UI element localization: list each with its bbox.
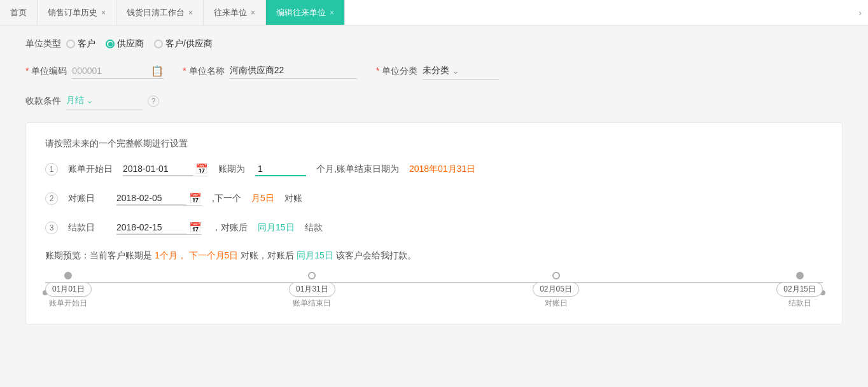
row-num-3: 3 — [45, 222, 58, 234]
setting-row-3: 3 结款日 📅 ，对账后 同月15日 结款 — [45, 221, 823, 235]
unit-fields-row: 单位编码 📋 单位名称 单位分类 未分类 ⌄ — [25, 62, 843, 80]
unit-type-row: 单位类型 客户 供应商 客户/供应商 — [25, 38, 843, 50]
setting-row-1: 1 账单开始日 📅 账期为 个月,账单结束日期为 2018年01月31日 — [45, 162, 823, 176]
unit-code-label: 单位编码 — [25, 66, 67, 77]
radio-both-label: 客户/供应商 — [165, 38, 213, 50]
start-date-calendar-icon[interactable]: 📅 — [195, 163, 208, 175]
unit-category-select[interactable]: 未分类 ⌄ — [423, 62, 499, 80]
tl-node-1: 01月01日 账单开始日 — [45, 272, 92, 309]
tl-dot-3 — [552, 272, 560, 279]
payment-terms-label: 收款条件 — [25, 95, 61, 107]
payment-terms-select[interactable]: 月结 ⌄ — [66, 92, 143, 109]
tab-cash-workbench-close[interactable]: × — [188, 8, 193, 17]
preview-section: 账期预览：当前客户账期是 1个月， 下一个月5日 对账，对账后 同月15日 该客… — [45, 250, 823, 262]
unit-type-group: 单位类型 客户 供应商 客户/供应商 — [25, 38, 213, 50]
reconcile-date-input-wrapper: 📅 — [116, 192, 202, 206]
radio-both[interactable]: 客户/供应商 — [154, 38, 213, 50]
unit-code-input-wrapper: 📋 — [72, 63, 164, 79]
payment-date-input[interactable] — [116, 221, 186, 234]
row-label-1: 账单开始日 — [68, 164, 113, 175]
period-settings-card: 请按照未来的一个完整帐期进行设置 1 账单开始日 📅 账期为 个月,账单结束日期… — [25, 122, 843, 325]
tab-edit-partner[interactable]: 编辑往来单位 × — [266, 0, 345, 25]
payment-terms-arrow: ⌄ — [87, 96, 93, 105]
tl-label-4: 结款日 — [788, 298, 811, 309]
tab-home[interactable]: 首页 — [0, 0, 38, 25]
preview-reconcile-text: 对账，对账后 — [241, 250, 294, 260]
payment-terms-value: 月结 — [66, 95, 84, 106]
payment-date-calendar-icon[interactable]: 📅 — [189, 222, 202, 234]
unit-category-label: 单位分类 — [376, 66, 417, 77]
unit-code-copy-icon[interactable]: 📋 — [151, 65, 164, 77]
row-num-1: 1 — [45, 163, 58, 176]
unit-name-group: 单位名称 — [183, 63, 356, 79]
tab-sales-history-close[interactable]: × — [101, 8, 106, 17]
tl-node-4: 02月15日 结款日 — [776, 272, 823, 309]
preview-suffix: 该客户会给我打款。 — [336, 250, 416, 260]
payment-highlight: 同月15日 — [258, 222, 295, 234]
radio-supplier-label: 供应商 — [117, 38, 144, 50]
start-date-input-wrapper: 📅 — [123, 162, 208, 176]
page-content: 单位类型 客户 供应商 客户/供应商 单位编码 — [0, 25, 868, 387]
preview-reconcile-date: 下一个月5日 — [189, 250, 239, 260]
row-label-2: 对账日 — [68, 193, 106, 204]
payment-desc-2: 结款 — [305, 222, 323, 234]
period-desc-suffix: 个月,账单结束日期为 — [316, 164, 399, 175]
tab-edit-partner-close[interactable]: × — [330, 8, 334, 17]
unit-code-input[interactable] — [72, 63, 148, 78]
radio-customer[interactable]: 客户 — [66, 38, 95, 50]
row-num-2: 2 — [45, 192, 58, 205]
tab-cash-workbench[interactable]: 钱货日清工作台 × — [116, 0, 204, 25]
unit-type-label: 单位类型 — [25, 38, 61, 50]
radio-customer-circle — [66, 39, 75, 48]
period-desc-prefix: 账期为 — [218, 164, 245, 175]
tabs-bar: 首页 销售订单历史 × 钱货日清工作台 × 往来单位 × 编辑往来单位 × › — [0, 0, 868, 25]
payment-date-input-wrapper: 📅 — [116, 221, 202, 235]
unit-category-value: 未分类 — [423, 65, 449, 76]
card-title: 请按照未来的一个完整帐期进行设置 — [45, 138, 823, 150]
tab-partner-units[interactable]: 往来单位 × — [204, 0, 266, 25]
start-date-input[interactable] — [123, 162, 193, 176]
reconcile-highlight: 月5日 — [251, 193, 274, 204]
unit-category-group: 单位分类 未分类 ⌄ — [376, 62, 499, 80]
month-input[interactable] — [255, 162, 306, 176]
payment-terms-group: 收款条件 月结 ⌄ ? — [25, 92, 159, 109]
unit-category-arrow: ⌄ — [452, 66, 459, 76]
tl-node-3: 02月05日 对账日 — [533, 272, 579, 309]
tl-badge-3: 02月05日 — [533, 282, 579, 297]
unit-name-input[interactable] — [230, 63, 357, 79]
tab-partner-units-label: 往来单位 — [214, 7, 247, 18]
tab-sales-history-label: 销售订单历史 — [48, 7, 97, 18]
preview-month: 1个月， — [155, 250, 186, 260]
radio-group: 客户 供应商 客户/供应商 — [66, 38, 213, 50]
radio-supplier-circle — [106, 39, 115, 48]
tab-sales-history[interactable]: 销售订单历史 × — [38, 0, 116, 25]
unit-code-group: 单位编码 📋 — [25, 63, 164, 79]
radio-both-circle — [154, 39, 163, 48]
reconcile-date-input[interactable] — [116, 192, 186, 205]
tl-badge-4: 02月15日 — [776, 282, 823, 297]
setting-row-2: 2 对账日 📅 ,下一个 月5日 对账 — [45, 192, 823, 206]
preview-label: 账期预览：当前客户账期是 — [45, 250, 152, 260]
payment-terms-row: 收款条件 月结 ⌄ ? — [25, 92, 843, 109]
payment-desc-1: ，对账后 — [212, 222, 248, 234]
tab-partner-units-close[interactable]: × — [251, 8, 255, 17]
row-label-3: 结款日 — [68, 222, 106, 234]
timeline-nodes: 01月01日 账单开始日 01月31日 账单结束日 02月05日 对账日 02月… — [45, 272, 823, 309]
timeline: 01月01日 账单开始日 01月31日 账单结束日 02月05日 对账日 02月… — [45, 272, 823, 309]
tl-label-1: 账单开始日 — [49, 298, 87, 309]
tl-label-2: 账单结束日 — [293, 298, 331, 309]
preview-payment-date: 同月15日 — [297, 250, 333, 260]
radio-supplier[interactable]: 供应商 — [106, 38, 144, 50]
payment-terms-help[interactable]: ? — [148, 95, 159, 107]
unit-name-label: 单位名称 — [183, 66, 224, 77]
tl-dot-4 — [796, 272, 804, 279]
tab-edit-partner-label: 编辑往来单位 — [276, 7, 326, 18]
tab-cash-workbench-label: 钱货日清工作台 — [127, 7, 185, 18]
tl-dot-2 — [308, 272, 316, 279]
tl-badge-1: 01月01日 — [45, 282, 92, 297]
reconcile-date-calendar-icon[interactable]: 📅 — [189, 192, 202, 204]
tab-home-label: 首页 — [10, 7, 27, 18]
tl-dot-1 — [64, 272, 72, 279]
tabs-arrow[interactable]: › — [852, 0, 868, 25]
reconcile-desc-1: ,下一个 — [212, 193, 241, 204]
